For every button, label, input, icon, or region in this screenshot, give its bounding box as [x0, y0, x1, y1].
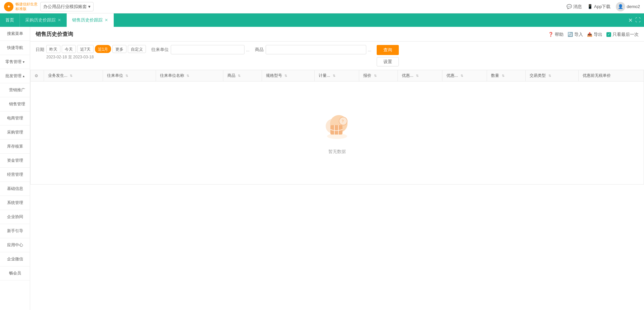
maximize-button[interactable]: ⛶ — [635, 17, 641, 23]
date-buttons: 昨天 今天 近7天 近1月 更多 自定义 — [46, 45, 146, 53]
tab-controls: ✕ ⛶ — [625, 13, 644, 27]
date-last1m-btn[interactable]: 近1月 — [95, 45, 111, 53]
sidebar-item-wechat[interactable]: 企业微信 — [0, 252, 30, 266]
th-goods[interactable]: 商品 ⇅ — [223, 70, 262, 82]
th-quote[interactable]: 报价 ⇅ — [359, 70, 398, 82]
date-last7-btn[interactable]: 近7天 — [77, 45, 94, 53]
sidebar-item-operations[interactable]: 经营管理 — [0, 168, 30, 182]
close-window-button[interactable]: ✕ — [628, 17, 633, 23]
sort-arrows-partner-code: ⇅ — [125, 74, 128, 78]
date-filter-options: 昨天 今天 近7天 近1月 更多 自定义 2023-02-18 至 2023-0… — [46, 45, 146, 60]
only-last-checkbox[interactable]: ✓ 只看最后一次 — [606, 32, 639, 38]
table-header-row: ⚙ 业务发生... ⇅ 往来单位 ⇅ 往来单位名称 ⇅ — [31, 70, 644, 82]
settings-button[interactable]: 设置 — [377, 57, 399, 66]
tab-sales[interactable]: 销售历史价跟踪 ✕ — [67, 13, 114, 27]
chevron-down-icon: ▾ — [23, 60, 24, 64]
content-area: 销售历史价查询 ❓ 帮助 🔄 导入 📤 导出 ✓ — [30, 27, 644, 310]
tab-purchase[interactable]: 采购历史价跟踪 ✕ — [20, 13, 67, 27]
svg-text:?: ? — [342, 119, 344, 123]
date-range-display: 2023-02-18 至 2023-03-18 — [46, 54, 146, 60]
checkbox-icon: ✓ — [606, 32, 611, 37]
sort-arrows-trade-type: ⇅ — [548, 74, 551, 78]
th-pre-tax-price[interactable]: 优惠前无税单价 — [579, 70, 644, 82]
date-more-btn[interactable]: 更多 — [112, 45, 126, 53]
help-icon: ❓ — [548, 32, 553, 37]
user-profile-button[interactable]: 👤 demo2 — [616, 2, 640, 11]
message-button[interactable]: 💬 消息 — [567, 4, 582, 10]
logo-icon: ✦ — [4, 2, 13, 11]
goods-ellipsis-btn[interactable]: ... — [368, 47, 371, 52]
goods-input[interactable] — [266, 45, 366, 54]
table-area: ⚙ 业务发生... ⇅ 往来单位 ⇅ 往来单位名称 ⇅ — [30, 70, 644, 310]
goods-filter-group: 商品 ... — [255, 45, 371, 54]
date-yesterday-btn[interactable]: 昨天 — [46, 45, 60, 53]
empty-icon: ? — [320, 111, 354, 145]
goods-filter-label: 商品 — [255, 45, 264, 54]
partner-input[interactable] — [171, 45, 245, 54]
empty-state: ? 暂无数据 — [35, 84, 640, 182]
sidebar-item-member[interactable]: 畅会员 — [0, 266, 30, 280]
sort-arrows-discount2: ⇅ — [461, 74, 463, 78]
page-title-row: 销售历史价查询 ❓ 帮助 🔄 导入 📤 导出 ✓ — [36, 31, 639, 38]
th-unit[interactable]: 计量... ⇅ — [315, 70, 359, 82]
help-button[interactable]: ❓ 帮助 — [548, 32, 564, 38]
th-quantity[interactable]: 数量 ⇅ — [487, 70, 526, 82]
chevron-up-icon: ▴ — [23, 74, 24, 78]
sort-arrows-partner-name: ⇅ — [186, 74, 189, 78]
tab-bar: 首页 采购历史价跟踪 ✕ 销售历史价跟踪 ✕ ✕ ⛶ — [0, 13, 644, 27]
app-icon: 📱 — [587, 4, 593, 9]
th-spec[interactable]: 规格型号 ⇅ — [262, 70, 315, 82]
tab-purchase-close[interactable]: ✕ — [58, 18, 61, 22]
sidebar-item-search[interactable]: 搜索菜单 — [0, 27, 30, 41]
export-icon: 📤 — [587, 32, 592, 37]
data-table: ⚙ 业务发生... ⇅ 往来单位 ⇅ 往来单位名称 ⇅ — [30, 70, 644, 185]
tab-sales-close[interactable]: ✕ — [105, 18, 108, 22]
date-custom-btn[interactable]: 自定义 — [128, 45, 146, 53]
gear-icon[interactable]: ⚙ — [35, 73, 38, 78]
th-partner-name[interactable]: 往来单位名称 ⇅ — [156, 70, 223, 82]
svg-rect-3 — [330, 125, 342, 135]
export-button[interactable]: 📤 导出 — [587, 32, 602, 38]
sidebar-item-inventory[interactable]: 库存核算 — [0, 140, 30, 154]
query-button[interactable]: 查询 — [377, 45, 399, 55]
th-biz-date[interactable]: 业务发生... ⇅ — [44, 70, 103, 82]
tab-home[interactable]: 首页 — [0, 13, 20, 27]
sort-arrows-biz-date: ⇅ — [70, 74, 72, 78]
partner-filter-group: 往来单位 ... — [151, 45, 250, 54]
date-filter-label: 日期 — [36, 45, 44, 54]
account-selector[interactable]: 办公用品行业模拟账套 ▾ — [40, 2, 94, 11]
sidebar-item-apps[interactable]: 应用中心 — [0, 238, 30, 252]
partner-filter-label: 往来单位 — [151, 45, 169, 54]
page-title: 销售历史价查询 — [36, 31, 73, 38]
empty-text: 暂无数据 — [328, 149, 346, 155]
chevron-down-icon: ▾ — [88, 4, 91, 9]
app-download-button[interactable]: 📱 App下载 — [587, 4, 610, 10]
sidebar-item-purchase[interactable]: 采购管理 — [0, 125, 30, 140]
page-actions: ❓ 帮助 🔄 导入 📤 导出 ✓ 只看最后一次 — [548, 32, 639, 38]
logo-text: 畅捷信好生意 标准版 — [15, 2, 38, 11]
sidebar-item-marketing[interactable]: 营销推广 — [0, 83, 30, 97]
sidebar-item-finance[interactable]: 资金管理 — [0, 154, 30, 168]
sidebar-item-retail[interactable]: 零售管理 ▾ — [0, 55, 30, 69]
partner-ellipsis-btn[interactable]: ... — [246, 47, 250, 52]
th-partner-code[interactable]: 往来单位 ⇅ — [103, 70, 156, 82]
sort-arrows-unit: ⇅ — [333, 74, 335, 78]
sort-arrows-discount1: ⇅ — [416, 74, 419, 78]
top-bar-left: ✦ 畅捷信好生意 标准版 办公用品行业模拟账套 ▾ — [4, 2, 94, 11]
sidebar-item-wholesale[interactable]: 批发管理 ▴ — [0, 69, 30, 83]
import-button[interactable]: 🔄 导入 — [568, 32, 583, 38]
sidebar-item-sales-mgmt[interactable]: 销售管理 — [0, 97, 30, 111]
th-trade-type[interactable]: 交易类型 ⇅ — [526, 70, 579, 82]
top-bar: ✦ 畅捷信好生意 标准版 办公用品行业模拟账套 ▾ 💬 消息 📱 App下载 👤… — [0, 0, 644, 13]
sidebar-item-newbie[interactable]: 新手引导 — [0, 224, 30, 238]
th-discount2[interactable]: 优惠... ⇅ — [442, 70, 487, 82]
sidebar-item-enterprise[interactable]: 企业协同 — [0, 210, 30, 224]
sidebar-item-shortcut[interactable]: 快捷导航 — [0, 41, 30, 55]
sidebar-item-ecommerce[interactable]: 电商管理 — [0, 111, 30, 125]
th-discount1[interactable]: 优惠... ⇅ — [398, 70, 442, 82]
sidebar-item-system[interactable]: 系统管理 — [0, 196, 30, 210]
sidebar-item-basic[interactable]: 基础信息 — [0, 182, 30, 196]
sort-arrows-quote: ⇅ — [374, 74, 377, 78]
sort-arrows-goods: ⇅ — [238, 74, 240, 78]
date-today-btn[interactable]: 今天 — [62, 45, 76, 53]
